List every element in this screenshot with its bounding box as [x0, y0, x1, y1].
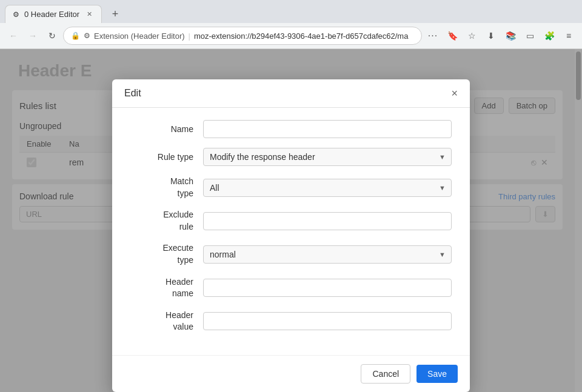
extension-label: Extension (Header Editor) [94, 32, 185, 41]
execute-type-select-wrapper: normalsetdeleteappend ▼ [203, 245, 452, 264]
pocket-btn[interactable]: 🔖 [444, 27, 461, 44]
rule-type-select[interactable]: Modify the response headerModify the req… [203, 148, 452, 166]
save-button[interactable]: Save [416, 365, 458, 383]
page-content: Header E Rules list Add Batch op Ungroup… [0, 49, 582, 392]
browser-chrome: ⚙ 0 Header Editor ✕ + ← → ↻ 🔒 ⚙ Extensio… [0, 0, 582, 49]
header-name-field-row: Header name etag [130, 276, 452, 300]
library-btn[interactable]: 📚 [502, 27, 519, 44]
exclude-rule-field-row: Exclude rule [130, 209, 452, 233]
modal-title: Edit [124, 88, 141, 99]
active-tab[interactable]: ⚙ 0 Header Editor ✕ [5, 5, 102, 23]
tab-bar: ⚙ 0 Header Editor ✕ + [0, 0, 582, 23]
execute-type-label: Execute type [130, 242, 203, 266]
match-type-field-row: Match type AllURLDomainURL prefixRegexp … [130, 176, 452, 199]
exclude-rule-input[interactable] [203, 212, 452, 230]
name-field-row: Name remove all ETag's [130, 120, 452, 138]
new-tab-btn[interactable]: + [107, 5, 124, 22]
more-btn[interactable]: ··· [424, 27, 441, 44]
secure-icon: 🔒 [71, 32, 80, 40]
execute-type-select[interactable]: normalsetdeleteappend [203, 245, 452, 264]
header-value-input[interactable] [203, 312, 452, 330]
toolbar: ← → ↻ 🔒 ⚙ Extension (Header Editor) | mo… [0, 23, 582, 48]
name-label: Name [130, 124, 203, 134]
modal-close-btn[interactable]: × [451, 88, 458, 99]
sidebar-btn[interactable]: ▭ [521, 27, 538, 44]
modal-footer: Cancel Save [112, 355, 470, 392]
modal-body: Name remove all ETag's Rule type Modify … [112, 108, 470, 355]
edit-modal: Edit × Name remove all ETag's Rule type … [112, 79, 470, 392]
downloads-btn[interactable]: ⬇ [483, 27, 500, 44]
modal-header: Edit × [112, 79, 470, 108]
rule-type-label: Rule type [130, 152, 203, 162]
rule-type-field-row: Rule type Modify the response headerModi… [130, 148, 452, 166]
toolbar-right-buttons: ··· 🔖 ☆ ⬇ 📚 ▭ 🧩 ≡ [424, 27, 577, 44]
extensions-btn[interactable]: 🧩 [541, 27, 558, 44]
forward-btn[interactable]: → [24, 27, 41, 44]
address-bar[interactable]: 🔒 ⚙ Extension (Header Editor) | moz-exte… [63, 27, 422, 45]
tab-title: 0 Header Editor [24, 10, 79, 19]
tab-close-btn[interactable]: ✕ [84, 10, 94, 19]
back-btn[interactable]: ← [5, 27, 22, 44]
bookmark-btn[interactable]: ☆ [463, 27, 480, 44]
rule-type-select-wrapper: Modify the response headerModify the req… [203, 148, 452, 166]
address-separator: | [189, 32, 190, 41]
modal-overlay: Edit × Name remove all ETag's Rule type … [0, 49, 582, 392]
url-text: moz-extension://b294ef43-9306-4ae1-be7f-… [194, 32, 414, 41]
header-value-field-row: Header value [130, 310, 452, 333]
header-name-input[interactable]: etag [203, 279, 452, 297]
match-type-select[interactable]: AllURLDomainURL prefixRegexp [203, 179, 452, 197]
extension-icon: ⚙ [84, 32, 90, 40]
name-input[interactable]: remove all ETag's [203, 120, 452, 138]
header-name-label: Header name [130, 276, 203, 300]
header-value-label: Header value [130, 310, 203, 333]
menu-btn[interactable]: ≡ [560, 27, 577, 44]
match-type-select-wrapper: AllURLDomainURL prefixRegexp ▼ [203, 179, 452, 197]
match-type-label: Match type [130, 176, 203, 199]
exclude-rule-label: Exclude rule [130, 209, 203, 233]
execute-type-field-row: Execute type normalsetdeleteappend ▼ [130, 242, 452, 266]
refresh-btn[interactable]: ↻ [44, 27, 61, 44]
tab-favicon: ⚙ [13, 10, 19, 19]
cancel-button[interactable]: Cancel [361, 364, 410, 384]
